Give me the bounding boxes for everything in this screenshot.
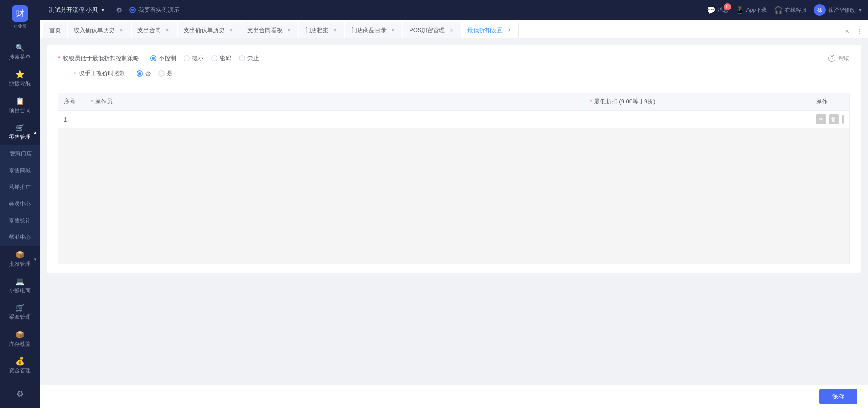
tab-close-icon[interactable]: × bbox=[118, 27, 125, 34]
tab-close-icon[interactable]: × bbox=[448, 27, 455, 34]
tab-min-discount[interactable]: 最低折扣设置 × bbox=[462, 23, 519, 38]
sidebar-item-ecommerce[interactable]: 💻 小畅电商 bbox=[0, 272, 40, 299]
tab-label: 最低折扣设置 bbox=[467, 26, 503, 34]
sidebar-item-label: 帮助中心 bbox=[9, 234, 31, 241]
sidebar-item-marketing[interactable]: 营销推广 bbox=[0, 179, 40, 196]
help-icon[interactable]: ? 帮助 bbox=[828, 54, 850, 62]
tab-expense-contract[interactable]: 支出合同 × bbox=[132, 22, 177, 38]
sidebar-item-project[interactable]: 📋 项目合同 bbox=[0, 92, 40, 119]
close-tab-icon[interactable]: × bbox=[844, 27, 851, 36]
download-icon: 📱 bbox=[736, 6, 745, 14]
page-content: * 收银员低于最低折扣控制策略 不控制 提示 bbox=[40, 38, 868, 385]
user-name: 徐泽华修改 bbox=[828, 6, 855, 14]
sidebar-item-purchase[interactable]: 🛒 采购管理 bbox=[0, 299, 40, 326]
tab-menu-icon[interactable]: ⋮ bbox=[854, 27, 864, 36]
control-strategy-radios: 不控制 提示 密码 禁止 bbox=[150, 54, 259, 62]
sidebar: 财 专业版 🔍 搜索菜单 ⭐ 快捷导航 📋 项目合同 🛒 零售管理 ▲ 智慧门店 bbox=[0, 0, 40, 408]
sidebar-item-finance[interactable]: 💰 资金管理 bbox=[0, 352, 40, 379]
tab-close-icon[interactable]: × bbox=[505, 27, 513, 34]
cell-operator bbox=[85, 111, 585, 128]
sidebar-item-retail[interactable]: 🛒 零售管理 ▲ bbox=[0, 119, 40, 145]
tab-close-icon[interactable]: × bbox=[331, 27, 339, 34]
sidebar-item-wholesale[interactable]: 📦 批发管理 ▼ bbox=[0, 246, 40, 272]
tab-home[interactable]: 首页 bbox=[43, 22, 67, 38]
cell-index: 1 bbox=[58, 111, 85, 128]
customer-service-button[interactable]: 🎧 在线客服 bbox=[774, 6, 807, 14]
col-header-discount: * 最低折扣 (9.00等于9折) bbox=[585, 93, 811, 111]
logo-icon: 财 bbox=[12, 5, 28, 22]
ecommerce-icon: 💻 bbox=[15, 277, 24, 286]
action-buttons: ✏ 🗑 bbox=[816, 114, 844, 124]
tab-close-icon[interactable]: × bbox=[285, 27, 292, 34]
table-empty-area bbox=[58, 128, 849, 264]
sidebar-item-help[interactable]: 帮助中心 bbox=[0, 229, 40, 246]
demo-link[interactable]: 我要看实例演示 bbox=[129, 6, 179, 14]
tab-label: 首页 bbox=[49, 26, 61, 34]
tab-expense-board[interactable]: 支出合同看板 × bbox=[241, 22, 298, 38]
tab-pos-security[interactable]: POS加密管理 × bbox=[403, 22, 461, 38]
radio-yes[interactable]: 是 bbox=[158, 70, 173, 78]
contract-icon: 📋 bbox=[15, 97, 24, 105]
message-icon: 💬 bbox=[707, 6, 716, 14]
manual-control-label: * 仅手工改价时控制 bbox=[58, 70, 126, 78]
radio-circle bbox=[158, 70, 165, 77]
radio-forbid[interactable]: 禁止 bbox=[239, 54, 259, 62]
chevron-down-icon: ▼ bbox=[100, 8, 105, 13]
edit-button[interactable]: ✏ bbox=[816, 114, 826, 124]
project-name: 测试分开流程-小贝 bbox=[49, 6, 98, 14]
control-strategy-row: * 收银员低于最低折扣控制策略 不控制 提示 bbox=[58, 54, 850, 62]
sidebar-item-member[interactable]: 会员中心 bbox=[0, 196, 40, 212]
tab-label: 支出合同 bbox=[137, 26, 161, 34]
manual-control-row: * 仅手工改价时控制 否 是 bbox=[58, 70, 850, 78]
app-edition: 专业版 bbox=[13, 23, 27, 29]
cell-discount bbox=[585, 111, 811, 128]
settings-icon[interactable]: ⚙ bbox=[13, 385, 27, 403]
sidebar-item-quicknav[interactable]: ⭐ 快捷导航 bbox=[0, 66, 40, 92]
star-icon: ⭐ bbox=[15, 70, 24, 79]
tab-close-icon[interactable]: × bbox=[389, 27, 396, 34]
sidebar-item-label: 会员中心 bbox=[9, 200, 31, 208]
radio-password[interactable]: 密码 bbox=[211, 54, 231, 62]
sidebar-item-retail-mall[interactable]: 零售商城 bbox=[0, 162, 40, 179]
chevron-down-icon: ▼ bbox=[33, 257, 37, 261]
sidebar-item-label: 快捷导航 bbox=[9, 80, 31, 88]
inventory-icon: 📦 bbox=[15, 330, 24, 339]
tab-close-icon[interactable]: × bbox=[164, 27, 171, 34]
finance-icon: 💰 bbox=[15, 357, 24, 366]
app-download-button[interactable]: 📱 App下载 bbox=[736, 6, 767, 14]
demo-text: 我要看实例演示 bbox=[138, 6, 179, 14]
tab-label: POS加密管理 bbox=[409, 26, 445, 34]
user-menu[interactable]: 徐 徐泽华修改 ▼ bbox=[814, 4, 863, 16]
sidebar-item-retail-stats[interactable]: 零售统计 bbox=[0, 212, 40, 229]
tab-expense-history[interactable]: 支出确认单历史 × bbox=[178, 22, 241, 38]
manual-control-radios: 否 是 bbox=[137, 70, 173, 78]
radio-circle bbox=[137, 70, 143, 77]
sidebar-item-inventory[interactable]: 📦 库存核算 bbox=[0, 326, 40, 352]
delete-button[interactable]: 🗑 bbox=[829, 114, 839, 124]
radio-circle bbox=[184, 55, 190, 61]
wholesale-icon: 📦 bbox=[15, 250, 24, 259]
scroll-indicator bbox=[842, 115, 844, 124]
tab-income-history[interactable]: 收入确认单历史 × bbox=[68, 22, 131, 38]
radio-no[interactable]: 否 bbox=[137, 70, 151, 78]
tab-store-catalog[interactable]: 门店商品目录 × bbox=[345, 22, 402, 38]
sidebar-item-label: 零售统计 bbox=[9, 217, 31, 225]
sidebar-item-label: 资金管理 bbox=[9, 367, 31, 375]
tab-close-icon[interactable]: × bbox=[227, 27, 235, 34]
avatar: 徐 bbox=[814, 4, 826, 16]
sidebar-item-smart-store[interactable]: 智慧门店 bbox=[0, 145, 40, 162]
save-button[interactable]: 保存 bbox=[819, 389, 857, 404]
sidebar-item-label: 采购管理 bbox=[9, 314, 31, 321]
sidebar-item-search[interactable]: 🔍 搜索菜单 bbox=[0, 39, 40, 66]
col-header-action: 操作 bbox=[811, 93, 849, 111]
headset-icon: 🎧 bbox=[774, 6, 783, 14]
radio-no-control[interactable]: 不控制 bbox=[150, 54, 176, 62]
radio-prompt[interactable]: 提示 bbox=[184, 54, 204, 62]
tab-store-file[interactable]: 门店档案 × bbox=[299, 22, 344, 38]
topbar-settings-icon[interactable]: ⚙ bbox=[114, 4, 124, 16]
table-header-row: 序号 * 操作员 * 最低折扣 (9.00等于9折) 操作 bbox=[58, 93, 849, 111]
demo-dot-icon bbox=[129, 7, 136, 13]
project-selector[interactable]: 测试分开流程-小贝 ▼ bbox=[45, 4, 108, 16]
sidebar-item-label: 智慧门店 bbox=[10, 150, 32, 158]
messages-button[interactable]: 💬 消息 8 bbox=[707, 6, 728, 14]
